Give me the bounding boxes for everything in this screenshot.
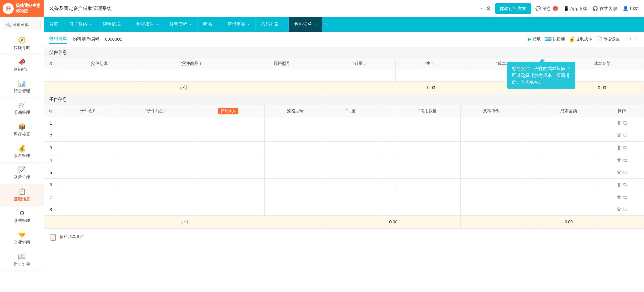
parent-row1-prod[interactable]: [395, 69, 467, 82]
sub-nav-bom[interactable]: 物料清单: [49, 34, 67, 44]
child-row3-warehouse[interactable]: [58, 142, 119, 154]
tab-history-close[interactable]: ×: [189, 22, 191, 26]
gear-icon[interactable]: ⚙: [486, 5, 491, 12]
tab-barcode-close[interactable]: ×: [281, 22, 283, 26]
shortcut-btn[interactable]: ⌨ 快捷键: [545, 36, 565, 42]
copy-row2-btn[interactable]: ⧉: [623, 132, 627, 138]
copy-row1-btn[interactable]: ⧉: [623, 120, 627, 126]
tab-home[interactable]: 首页: [44, 17, 64, 32]
child-row1-unit[interactable]: [326, 117, 379, 129]
tab-new-goods[interactable]: 新增商品 ×: [222, 17, 255, 32]
tooltip-close-btn[interactable]: ×: [568, 65, 571, 72]
trial-button[interactable]: 体验行业方案: [495, 3, 531, 14]
child-row8-spec[interactable]: [265, 203, 326, 216]
copy-row6-btn[interactable]: ⧉: [623, 182, 627, 188]
sidebar-item-operations[interactable]: 📈 经营管理: [0, 163, 44, 184]
search-menu-button[interactable]: 🔍 搜索菜单: [3, 20, 41, 30]
child-row7-goods[interactable]: [119, 191, 192, 203]
child-row6-unit-cost[interactable]: [460, 179, 522, 191]
tab-goods-close[interactable]: ×: [214, 22, 216, 26]
child-row6-qty[interactable]: [395, 179, 460, 191]
sidebar-item-finance[interactable]: 💰 资金管理: [0, 141, 44, 163]
child-row7-unit[interactable]: [326, 191, 379, 203]
child-row4-unit-cost[interactable]: [460, 154, 522, 166]
nav-grid[interactable]: ≡: [633, 36, 639, 42]
child-row2-unit-cost[interactable]: [460, 129, 522, 142]
sidebar-item-purchase[interactable]: 🛒 采购管理: [0, 98, 44, 119]
delete-row8-btn[interactable]: 🗑: [617, 207, 621, 212]
delete-row7-btn[interactable]: 🗑: [617, 194, 621, 200]
child-row7-warehouse[interactable]: [58, 191, 119, 203]
copy-row5-btn[interactable]: ⧉: [623, 170, 627, 175]
child-row6-unit[interactable]: [326, 179, 379, 191]
child-row4-unit[interactable]: [326, 154, 379, 166]
tab-barcode[interactable]: 条码方案 ×: [256, 17, 289, 32]
sidebar-item-collab[interactable]: 🤝 企业协同: [0, 227, 44, 249]
sidebar-item-system[interactable]: ⚙ 系统管理: [0, 206, 44, 227]
child-row1-qty[interactable]: [395, 117, 460, 129]
child-row1-spec[interactable]: [265, 117, 326, 129]
child-row8-unit-cost[interactable]: [460, 203, 522, 216]
child-row6-warehouse[interactable]: [58, 179, 119, 191]
parent-row1-goods[interactable]: [141, 69, 240, 82]
close-all-tabs[interactable]: ×: [322, 17, 331, 32]
child-row2-goods[interactable]: [119, 129, 192, 142]
child-row7-spec[interactable]: [265, 191, 326, 203]
delete-row4-btn[interactable]: 🗑: [617, 157, 621, 163]
child-goods-info-icon[interactable]: ℹ: [164, 109, 166, 113]
parent-row1-unit[interactable]: [324, 69, 395, 82]
app-download-btn[interactable]: 📱 App下载: [564, 5, 587, 12]
copy-row7-btn[interactable]: ⧉: [623, 194, 627, 200]
child-row5-spec[interactable]: [265, 166, 326, 179]
child-row8-warehouse[interactable]: [58, 203, 119, 216]
delete-row2-btn[interactable]: 🗑: [617, 132, 621, 138]
child-row3-unit[interactable]: [326, 142, 379, 154]
sidebar-item-marketing[interactable]: 📣 营销推广: [0, 55, 44, 76]
child-row4-goods[interactable]: [119, 154, 192, 166]
goods-info-icon[interactable]: ℹ: [200, 61, 201, 66]
child-row5-qty[interactable]: [395, 166, 460, 179]
child-row1-warehouse[interactable]: [58, 117, 119, 129]
parent-row1-warehouse[interactable]: [58, 69, 141, 82]
delete-row1-btn[interactable]: 🗑: [617, 120, 621, 126]
copy-row8-btn[interactable]: ⧉: [623, 207, 627, 212]
message-btn[interactable]: 💬 消息 5: [535, 5, 558, 12]
child-row5-warehouse[interactable]: [58, 166, 119, 179]
child-row4-qty[interactable]: [395, 154, 460, 166]
child-row3-spec[interactable]: [265, 142, 326, 154]
child-row3-unit-cost[interactable]: [460, 142, 522, 154]
parent-col-settings[interactable]: ⚙: [44, 58, 58, 69]
parent-row1-spec[interactable]: [240, 69, 324, 82]
child-row4-spec[interactable]: [265, 154, 326, 166]
scan-input-btn[interactable]: 扫码录入: [218, 108, 238, 114]
copy-row4-btn[interactable]: ⧉: [623, 157, 627, 163]
child-row8-qty[interactable]: [395, 203, 460, 216]
child-row2-qty[interactable]: [395, 129, 460, 142]
tab-operation[interactable]: 经营情况 ×: [97, 17, 131, 32]
sidebar-item-basic-info[interactable]: 📋 基础信息: [0, 184, 44, 206]
child-row2-unit[interactable]: [326, 129, 379, 142]
tab-history[interactable]: 经营历程 ×: [164, 17, 197, 32]
child-row4-warehouse[interactable]: [58, 154, 119, 166]
tab-profit-close[interactable]: ×: [156, 22, 158, 26]
video-btn[interactable]: ▶ 视频: [528, 36, 541, 42]
child-row2-spec[interactable]: [265, 129, 326, 142]
tab-customer[interactable]: 客户联络 ×: [64, 17, 97, 32]
online-service-btn[interactable]: 🎧 在线客服: [593, 5, 617, 12]
system-dropdown-arrow[interactable]: ▾: [480, 7, 482, 10]
delete-row3-btn[interactable]: 🗑: [617, 145, 621, 151]
child-row2-warehouse[interactable]: [58, 129, 119, 142]
child-row1-unit-cost[interactable]: [460, 117, 522, 129]
child-row8-goods[interactable]: [119, 203, 192, 216]
child-row8-unit[interactable]: [326, 203, 379, 216]
user-avatar-btn[interactable]: 👤 用友: [623, 5, 639, 12]
nav-prev[interactable]: ‹: [624, 36, 628, 42]
child-row5-unit-cost[interactable]: [460, 166, 522, 179]
child-row3-goods[interactable]: [119, 142, 192, 154]
delete-row5-btn[interactable]: 🗑: [617, 170, 621, 175]
tab-profit[interactable]: 利润报告 ×: [131, 17, 164, 32]
doc-settings-btn[interactable]: 📄 单据设置: [596, 36, 620, 42]
copy-row3-btn[interactable]: ⧉: [623, 145, 627, 151]
delete-row6-btn[interactable]: 🗑: [617, 182, 621, 188]
extract-cost-btn[interactable]: 💰 提取成本: [569, 36, 592, 42]
